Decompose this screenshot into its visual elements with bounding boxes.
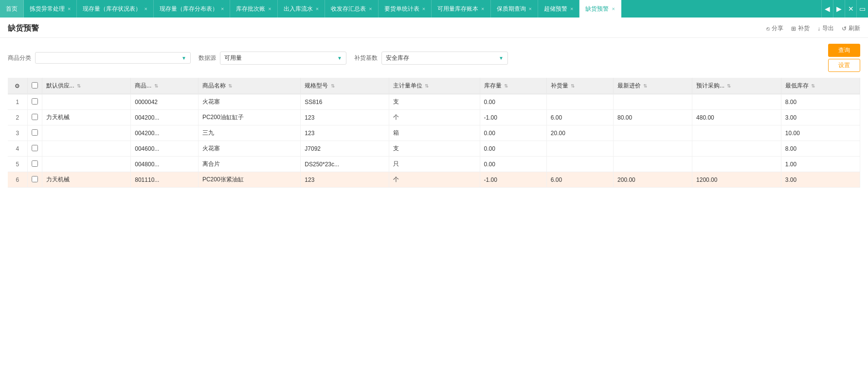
tab-inout-flow[interactable]: 出入库流水 × (278, 0, 325, 18)
table-row[interactable]: 6 力天机械 801110... PC200张紧油缸 123 个 -1.00 6… (8, 172, 860, 188)
cell-latest-price (614, 125, 692, 141)
col-checkbox[interactable] (27, 78, 42, 94)
cell-min-stock: 3.00 (781, 110, 860, 125)
product-category-select[interactable]: ▼ (35, 52, 191, 64)
tab-shortage[interactable]: 缺货预警 × (579, 0, 621, 18)
export-action[interactable]: ↓ 导出 (817, 24, 834, 33)
close-tab-expiry-query[interactable]: × (529, 6, 532, 12)
cell-spec: J7092 (301, 141, 389, 157)
col-default-supplier[interactable]: 默认供应... ⇅ (42, 78, 131, 94)
col-estimated-purchase[interactable]: 预计采购... ⇅ (692, 78, 781, 94)
cell-replenish-qty: 6.00 (546, 110, 613, 125)
col-gear[interactable]: ⚙ (8, 78, 27, 94)
col-stock[interactable]: 库存量 ⇅ (480, 78, 546, 94)
table-row[interactable]: 2 力天机械 004200... PC200油缸缸子 123 个 -1.00 6… (8, 110, 860, 125)
close-tab-inout-flow[interactable]: × (316, 6, 319, 12)
cell-default-supplier (42, 94, 131, 110)
tab-home[interactable]: 首页 (0, 0, 24, 18)
query-button[interactable]: 查询 (828, 44, 860, 57)
cell-replenish-qty: 6.00 (546, 172, 613, 188)
select-all-checkbox[interactable] (32, 82, 38, 88)
row-checkbox[interactable] (32, 114, 38, 120)
tab-expiry-query[interactable]: 保质期查询 × (491, 0, 538, 18)
cell-unit: 箱 (389, 125, 480, 141)
row-number: 1 (8, 94, 27, 110)
col-product-code[interactable]: 商品... ⇅ (131, 78, 199, 94)
row-checkbox-cell[interactable] (27, 172, 42, 188)
tab-restore-button[interactable]: ▭ (856, 0, 868, 18)
tab-available-ledger[interactable]: 可用量库存账本 × (432, 0, 490, 18)
col-product-name[interactable]: 商品名称 ⇅ (198, 78, 300, 94)
data-source-select[interactable]: 可用量 ▼ (220, 52, 346, 65)
close-tab-batch-account[interactable]: × (268, 6, 271, 12)
replenish-action[interactable]: ⊞ 补货 (791, 24, 810, 33)
tab-inventory-status[interactable]: 现存量（库存状况表） × (77, 0, 153, 18)
cell-default-supplier: 力天机械 (42, 172, 131, 188)
close-tab-shortage[interactable]: × (612, 6, 615, 12)
tab-prev-button[interactable]: ◀ (821, 0, 833, 18)
table-body: 1 0000042 火花塞 SS816 支 0.00 8.00 2 力天机械 0… (8, 94, 860, 188)
tab-receipt-summary[interactable]: 收发存汇总表 × (325, 0, 378, 18)
cell-unit: 个 (389, 172, 480, 188)
replenish-base-select[interactable]: 安全库存 ▼ (381, 52, 508, 65)
cell-product-code: 004600... (131, 141, 199, 157)
close-tab-inventory-status[interactable]: × (144, 6, 147, 12)
close-tab-order-stats[interactable]: × (422, 6, 425, 12)
close-tab-overstock[interactable]: × (570, 6, 573, 12)
share-icon: ⎋ (766, 25, 770, 32)
sort-stock-icon: ⇅ (504, 83, 508, 88)
col-min-stock[interactable]: 最低库存 ⇅ (781, 78, 860, 94)
cell-min-stock: 1.00 (781, 157, 860, 172)
share-action[interactable]: ⎋ 分享 (766, 24, 783, 33)
table-row[interactable]: 3 004200... 三九 123 箱 0.00 20.00 10.00 (8, 125, 860, 141)
tab-order-stats[interactable]: 要货单统计表 × (379, 0, 432, 18)
tab-batch-account[interactable]: 库存批次账 × (230, 0, 277, 18)
row-checkbox-cell[interactable] (27, 157, 42, 172)
tab-next-button[interactable]: ▶ (833, 0, 845, 18)
row-checkbox-cell[interactable] (27, 125, 42, 141)
product-category-value (39, 54, 41, 61)
close-tab-receipt-summary[interactable]: × (369, 6, 372, 12)
row-checkbox[interactable] (32, 176, 38, 182)
cell-spec: 123 (301, 172, 389, 188)
refresh-action[interactable]: ↺ 刷新 (842, 24, 860, 33)
table-row[interactable]: 4 004600... 火花塞 J7092 支 0.00 8.00 (8, 141, 860, 157)
settings-button[interactable]: 设置 (828, 59, 860, 72)
row-checkbox[interactable] (32, 145, 38, 151)
data-source-filter-group: 数据源 可用量 ▼ (199, 52, 346, 65)
table-row[interactable]: 1 0000042 火花塞 SS816 支 0.00 8.00 (8, 94, 860, 110)
col-replenish-qty[interactable]: 补货量 ⇅ (546, 78, 613, 94)
gear-settings-icon[interactable]: ⚙ (15, 83, 20, 89)
row-checkbox[interactable] (32, 129, 38, 136)
close-tab-inventory-dist[interactable]: × (221, 6, 224, 12)
row-checkbox-cell[interactable] (27, 94, 42, 110)
row-checkbox[interactable] (32, 98, 38, 105)
sort-unit-icon: ⇅ (425, 83, 429, 88)
row-checkbox-cell[interactable] (27, 141, 42, 157)
col-unit[interactable]: 主计量单位 ⇅ (389, 78, 480, 94)
sort-product-code-icon: ⇅ (154, 83, 158, 88)
tab-close-all-button[interactable]: ✕ (845, 0, 856, 18)
cell-estimated-purchase (692, 94, 781, 110)
cell-product-name: 离合片 (198, 157, 300, 172)
cell-product-code: 801110... (131, 172, 199, 188)
col-spec[interactable]: 规格型号 ⇅ (301, 78, 389, 94)
close-tab-available-ledger[interactable]: × (481, 6, 484, 12)
tab-inventory-dist[interactable]: 现存量（库存分布表） × (154, 0, 230, 18)
main-content: 缺货预警 ⎋ 分享 ⊞ 补货 ↓ 导出 ↺ 刷新 商品分类 (0, 18, 868, 387)
cell-unit: 只 (389, 157, 480, 172)
replenish-base-arrow-icon: ▼ (499, 55, 504, 61)
cell-default-supplier (42, 141, 131, 157)
col-latest-price[interactable]: 最新进价 ⇅ (614, 78, 692, 94)
cell-estimated-purchase (692, 125, 781, 141)
tab-overstock[interactable]: 超储预警 × (538, 0, 579, 18)
sort-replenish-qty-icon: ⇅ (571, 83, 575, 88)
close-tab-exception[interactable]: × (68, 6, 71, 12)
table-row[interactable]: 5 004800... 离合片 DS250*23c... 只 0.00 1.00 (8, 157, 860, 172)
cell-product-name: 火花塞 (198, 141, 300, 157)
cell-product-name: 三九 (198, 125, 300, 141)
row-checkbox[interactable] (32, 160, 38, 167)
tab-exception[interactable]: 拣货异常处理 × (24, 0, 77, 18)
row-checkbox-cell[interactable] (27, 110, 42, 125)
product-category-label: 商品分类 (8, 54, 31, 62)
